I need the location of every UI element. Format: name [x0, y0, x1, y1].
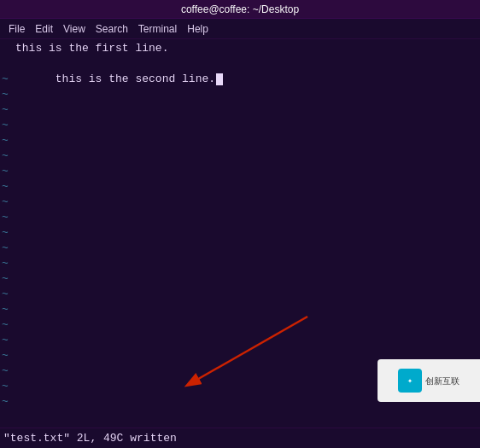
watermark-logo: ✦: [398, 369, 422, 393]
editor-gutter: ~ ~ ~ ~ ~ ~ ~ ~ ~ ~ ~ ~ ~ ~ ~ ~ ~ ~ ~ ~ …: [0, 39, 12, 428]
menu-file[interactable]: File: [3, 21, 30, 37]
editor-cursor: [216, 73, 223, 85]
menu-bar: File Edit View Search Terminal Help: [0, 19, 480, 39]
status-text: "test.txt" 2L, 49C written: [3, 432, 177, 445]
code-line-2: this is the second line.: [15, 56, 477, 102]
menu-terminal[interactable]: Terminal: [133, 21, 182, 37]
menu-view[interactable]: View: [58, 21, 91, 37]
watermark-text: 创新互联: [425, 375, 460, 387]
editor-area[interactable]: ~ ~ ~ ~ ~ ~ ~ ~ ~ ~ ~ ~ ~ ~ ~ ~ ~ ~ ~ ~ …: [0, 39, 480, 428]
menu-help[interactable]: Help: [182, 21, 214, 37]
title-bar: coffee@coffee: ~/Desktop: [0, 0, 480, 19]
watermark: ✦ 创新互联: [378, 359, 480, 402]
title-text: coffee@coffee: ~/Desktop: [181, 3, 299, 15]
menu-edit[interactable]: Edit: [30, 21, 58, 37]
menu-search[interactable]: Search: [91, 21, 133, 37]
code-line-1: this is the first line.: [15, 41, 477, 56]
status-bar: "test.txt" 2L, 49C written: [0, 428, 480, 448]
